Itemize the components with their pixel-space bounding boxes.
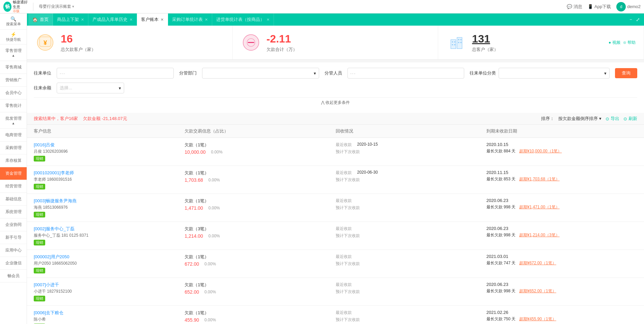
sidebar-item-finance[interactable]: 资金管理 bbox=[0, 167, 27, 180]
message-btn[interactable]: 💬 消息 bbox=[567, 4, 582, 10]
sidebar-item-batch-mgmt[interactable]: 批发管理 ▲ bbox=[0, 112, 27, 129]
tab-products[interactable]: 商品上下架 ✕ bbox=[53, 13, 88, 26]
minimize-icon[interactable]: － bbox=[628, 17, 633, 23]
overdue-link-5[interactable]: 超期¥652.00（1笔） bbox=[519, 289, 556, 293]
stats-row: ¥ 16 总欠款客户（家） bbox=[27, 26, 644, 60]
sidebar-search-btn[interactable]: 🔍 搜索菜单 bbox=[0, 13, 27, 30]
maximize-icon[interactable]: ⤢ bbox=[636, 17, 640, 22]
recent-label-3: 最近收款 bbox=[336, 226, 352, 232]
close-icon[interactable]: ✕ bbox=[205, 18, 208, 22]
debt-amount-value: -2.11 bbox=[267, 33, 430, 45]
sidebar-item-vip[interactable]: 畅会员 bbox=[0, 270, 27, 283]
cell-customer-3: [0002]服务中心_丁磊 服务中心_丁磊 181 0125 8371 现销 bbox=[34, 226, 185, 245]
close-icon[interactable]: ✕ bbox=[267, 18, 270, 22]
sidebar-item-system[interactable]: 系统管理 bbox=[0, 206, 27, 218]
customer-name-link-4[interactable]: [000002]用户2050 bbox=[34, 254, 185, 260]
logo-text: 畅捷通好生意 示版 bbox=[13, 0, 30, 13]
filter-balance: 往来余额 选择... ▾ bbox=[34, 83, 637, 93]
cell-duedate-3: 2020.06.23 最长欠款 998 天 超期¥1,214.00（3笔） bbox=[486, 226, 637, 245]
filter-customer-input[interactable]: ··· bbox=[57, 68, 174, 79]
table-row: [0003]畅捷服务尹海燕 海燕 18513066976 现销 欠款（1笔） 1… bbox=[27, 194, 644, 222]
filter-dept-select[interactable]: ▾ bbox=[202, 68, 319, 79]
sidebar-item-member[interactable]: 会员中心 bbox=[0, 87, 27, 99]
max-days-3: 最长欠款 998 天 bbox=[486, 233, 518, 237]
cell-customer-6: [0006]去下粮仓 陈小希 现销 bbox=[34, 310, 185, 324]
help-btn[interactable]: ⊙ 帮助 bbox=[623, 40, 636, 46]
overdue-link-1[interactable]: 超期¥1,703.68（1笔） bbox=[519, 177, 560, 181]
filter-dept: 分管部门 ▾ bbox=[179, 68, 319, 79]
customer-sub-1: 李老师 18600391516 bbox=[34, 177, 185, 182]
max-days-1: 最长欠款 853 天 bbox=[486, 177, 518, 181]
recent-label-1: 最近收款 bbox=[336, 170, 352, 176]
overdue-link-4[interactable]: 超期¥672.00（1笔） bbox=[519, 261, 556, 265]
filter-person-input[interactable]: ··· bbox=[347, 68, 465, 79]
sidebar-item-purchase[interactable]: 采购管理 bbox=[0, 142, 27, 154]
refresh-icon: ⊙ bbox=[623, 116, 627, 121]
filter-balance-select[interactable]: 选择... ▾ bbox=[57, 83, 124, 93]
debt-amount-2: 1,471.00 bbox=[185, 205, 203, 211]
sort-label: 排序： bbox=[541, 116, 554, 122]
debt-amount-1: 1,703.68 bbox=[185, 177, 203, 183]
sidebar-item-retail-mgmt[interactable]: 零售管理 ▲ bbox=[0, 45, 27, 61]
customer-name-link-1[interactable]: [0001020001]李老师 bbox=[34, 170, 185, 176]
collapse-bar[interactable]: ⋀ 收起更多条件 bbox=[34, 97, 637, 108]
next-label-2: 预计下次收款 bbox=[336, 205, 360, 210]
max-days-4: 最长欠款 747 天 bbox=[486, 261, 518, 265]
query-button[interactable]: 查询 bbox=[615, 68, 637, 78]
chevron-down-icon: ▲ bbox=[1, 54, 25, 57]
export-icon: ⊙ bbox=[606, 116, 609, 121]
customer-sub-2: 海燕 18513066976 bbox=[34, 205, 185, 210]
svg-rect-8 bbox=[458, 39, 459, 40]
overdue-link-0[interactable]: 超期¥10,000.00（1笔） bbox=[519, 149, 562, 153]
sidebar-item-retail-stats[interactable]: 零售统计 bbox=[0, 99, 27, 112]
debt-customers-value: 16 bbox=[61, 33, 224, 45]
tab-inbound-stats[interactable]: 进货单统计表（按商品） ✕ bbox=[212, 13, 274, 26]
close-icon[interactable]: ✕ bbox=[161, 18, 164, 22]
company-selector[interactable]: 母婴行业演示账套 ▾ bbox=[36, 4, 104, 9]
stat-card-actions: ● 视频 ⊙ 帮助 bbox=[609, 40, 636, 46]
sidebar-item-guide[interactable]: 新手引导 bbox=[0, 231, 27, 244]
stat-info-debt-customers: 16 总欠款客户（家） bbox=[61, 33, 224, 53]
sidebar-item-enterprise-wechat[interactable]: 企业微信 bbox=[0, 257, 27, 270]
chevron-down-icon: ▾ bbox=[314, 71, 316, 76]
sidebar-item-app-center[interactable]: 应用中心 bbox=[0, 244, 27, 257]
close-icon[interactable]: ✕ bbox=[81, 18, 84, 22]
filter-person-label: 分管人员 bbox=[325, 70, 345, 76]
sidebar-item-operations[interactable]: 经营管理 bbox=[0, 180, 27, 193]
sidebar-item-marketing[interactable]: 营销推广 bbox=[0, 74, 27, 87]
customer-name-link-3[interactable]: [0002]服务中心_丁磊 bbox=[34, 226, 185, 232]
sort-select[interactable]: 按欠款金额倒序排序 ▾ bbox=[558, 116, 601, 122]
debt-amount-3: 1,214.00 bbox=[185, 233, 203, 239]
tab-production[interactable]: 产成品入库单历史 ✕ bbox=[88, 13, 137, 26]
due-date-5: 2020.06.23 bbox=[486, 282, 637, 287]
svg-text:¥: ¥ bbox=[44, 39, 47, 46]
app-download-btn[interactable]: 📱 App下载 bbox=[588, 4, 611, 10]
sidebar-item-ecommerce[interactable]: 电商管理 bbox=[0, 129, 27, 142]
customer-name-link-6[interactable]: [0006]去下粮仓 bbox=[34, 310, 185, 316]
video-btn[interactable]: ● 视频 bbox=[609, 40, 620, 46]
customer-name-link-0[interactable]: [0016]吕俊 bbox=[34, 142, 185, 148]
customer-name-link-2[interactable]: [0003]畅捷服务尹海燕 bbox=[34, 198, 185, 204]
logo-icon: 畅 bbox=[3, 2, 11, 12]
close-icon[interactable]: ✕ bbox=[130, 18, 133, 22]
overdue-link-3[interactable]: 超期¥1,214.00（3笔） bbox=[519, 233, 560, 237]
sidebar-item-enterprise[interactable]: 企业协同 bbox=[0, 218, 27, 231]
export-btn[interactable]: ⊙ 导出 bbox=[606, 116, 619, 122]
filter-category-select[interactable]: ▾ bbox=[499, 68, 610, 79]
refresh-btn[interactable]: ⊙ 刷新 bbox=[623, 116, 637, 122]
table-row: [0007]小进千 小进千 18279152100 现销 欠款（1笔） 652.… bbox=[27, 278, 644, 306]
sidebar-item-retail-mall[interactable]: 零售商城 bbox=[0, 61, 27, 74]
sidebar-item-basic-info[interactable]: 基础信息 bbox=[0, 193, 27, 206]
overdue-link-2[interactable]: 超期¥1,471.00（1笔） bbox=[519, 205, 560, 209]
tab-controls: － ⤢ bbox=[626, 17, 643, 23]
sidebar-quick-nav[interactable]: ⚡ 快捷导航 bbox=[0, 30, 27, 45]
overdue-link-6[interactable]: 超期¥455.90（1笔） bbox=[519, 317, 556, 321]
next-label-3: 预计下次收款 bbox=[336, 233, 360, 238]
tab-purchase-order[interactable]: 采购订单统计表 ✕ bbox=[168, 13, 212, 26]
user-avatar[interactable]: d demo2 bbox=[616, 2, 641, 11]
tab-customer-account[interactable]: 客户账本 ✕ bbox=[137, 13, 168, 26]
sidebar-item-inventory[interactable]: 库存核算 bbox=[0, 154, 27, 167]
customer-name-link-5[interactable]: [0007]小进千 bbox=[34, 282, 185, 288]
table-row: [000002]用户2050 用户2050 18665062050 现销 欠款（… bbox=[27, 250, 644, 278]
tab-home[interactable]: 🏠 首页 bbox=[28, 13, 53, 26]
